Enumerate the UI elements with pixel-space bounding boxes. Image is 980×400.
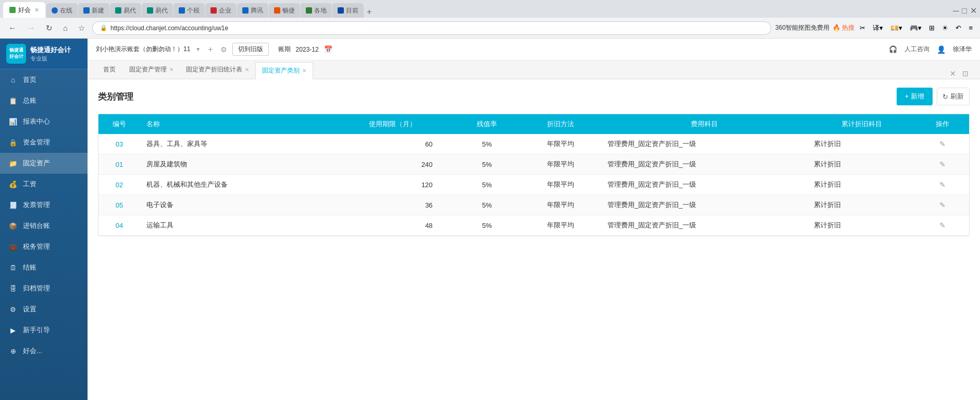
cell-code: 01 — [98, 154, 140, 175]
sidebar-item-checkout[interactable]: 🗓 结账 — [0, 257, 88, 278]
cell-action[interactable]: ✎ — [916, 175, 969, 195]
maximize-btn[interactable]: □ — [962, 6, 967, 16]
logo-text-area: 畅捷通好会计 专业版 — [30, 45, 71, 63]
sidebar-item-label: 总账 — [23, 96, 36, 105]
browser-tab-t11[interactable]: 目前 — [332, 3, 364, 18]
tab-add-btn[interactable]: + — [367, 7, 371, 17]
close-btn[interactable]: ✕ — [970, 6, 977, 16]
tab-label: 新建 — [92, 6, 104, 15]
menu-btn-settings[interactable]: ☀ — [940, 22, 950, 34]
bookmark-btn[interactable]: ☆ — [75, 21, 88, 35]
page-tab-fixed-depreciation[interactable]: 固定资产折旧统计表 ✕ — [180, 62, 255, 79]
refresh-btn[interactable]: ↻ 刷新 — [937, 88, 970, 105]
address-bar[interactable]: 🔒 https://cloud.chanjet.com/accounting/u… — [92, 21, 771, 35]
sidebar-item-fund[interactable]: 🔒 资金管理 — [0, 132, 88, 153]
menu-btn-game[interactable]: 🎮▾ — [908, 22, 924, 34]
browser-tab-t8[interactable]: 腾讯 — [237, 3, 268, 18]
page-tab-fixed-mgmt[interactable]: 固定资产管理 ✕ — [123, 62, 180, 79]
page-tab-fixed-category[interactable]: 固定资产类别 ✕ — [255, 62, 313, 79]
col-header-accumulated: 累计折旧科目 — [808, 114, 916, 134]
cell-action[interactable]: ✎ — [916, 195, 969, 215]
user-label: 刘小艳演示账套（勿删勿动！）11 — [96, 45, 190, 54]
data-table: 编号 名称 使用期限（月） 残值率 折旧方法 费用科目 累计折旧科目 操作 03… — [98, 114, 969, 236]
tab-close-fixed-mgmt[interactable]: ✕ — [169, 67, 173, 72]
cell-period: 60 — [331, 134, 453, 154]
cell-residual: 5% — [453, 134, 520, 154]
tab-close-fixed-dep[interactable]: ✕ — [245, 67, 249, 72]
tab-label: 易代 — [155, 6, 168, 15]
menu-btn-more[interactable]: ≡ — [966, 22, 975, 34]
tab-bar-close-btn[interactable]: ✕ — [947, 68, 959, 79]
browser-tab-t2[interactable]: 新建 — [78, 3, 109, 18]
sidebar-item-more[interactable]: ⊕ 好会... — [0, 341, 88, 361]
reload-btn[interactable]: ↻ — [43, 21, 56, 35]
cell-accumulated: 累计折旧 — [808, 175, 916, 195]
more-icon: ⊕ — [8, 347, 18, 355]
browser-tab-t1[interactable]: 在线 — [46, 3, 78, 18]
sidebar-item-ledger[interactable]: 📋 总账 — [0, 90, 88, 111]
browser-navbar: ← → ↻ ⌂ ☆ 🔒 https://cloud.chanjet.com/ac… — [0, 18, 980, 39]
sidebar-item-label: 工资 — [23, 179, 36, 189]
browser-tab-t9[interactable]: 畅捷 — [269, 3, 300, 18]
cell-action[interactable]: ✎ — [916, 215, 969, 236]
minimize-btn[interactable]: ─ — [953, 6, 959, 16]
sidebar-item-inventory[interactable]: 📦 进销台账 — [0, 215, 88, 236]
browser-tab-t4[interactable]: 易代 — [142, 3, 173, 18]
sidebar-item-tax[interactable]: 💼 税务管理 — [0, 236, 88, 257]
topbar: 刘小艳演示账套（勿删勿动！）11 ▼ + ⚙ 切到旧版 账期 2023-12 📅… — [88, 39, 980, 60]
cell-expense: 管理费用_固定资产折旧_一级 — [601, 175, 808, 195]
back-btn[interactable]: ← — [5, 21, 20, 35]
menu-btn-scissors[interactable]: ✂ — [858, 22, 867, 34]
dropdown-arrow-icon[interactable]: ▼ — [195, 46, 201, 52]
tab-close-icon[interactable]: ✕ — [34, 7, 39, 14]
sidebar-item-invoice[interactable]: 🧾 发票管理 — [0, 195, 88, 215]
sidebar-item-report[interactable]: 📊 报表中心 — [0, 111, 88, 132]
guide-icon: ▶ — [8, 326, 18, 334]
sidebar-item-label: 发票管理 — [23, 200, 50, 210]
browser-tab-t6[interactable]: 个税 — [173, 3, 205, 18]
sidebar-item-settings[interactable]: ⚙ 设置 — [0, 299, 88, 320]
hot-search-icon[interactable]: 🔥 热搜 — [833, 23, 854, 32]
menu-btn-history[interactable]: ↶ — [953, 22, 963, 34]
sidebar-item-home[interactable]: ⌂ 首页 — [0, 69, 88, 90]
sidebar-logo: 畅捷通好会计 畅捷通好会计 专业版 — [0, 39, 88, 69]
other-tabs: 在线 新建 易代 易代 个税 企业 腾讯 畅捷 — [46, 3, 364, 18]
cell-name: 机器、机械和其他生产设备 — [140, 175, 331, 195]
page-title: 类别管理 — [98, 91, 133, 103]
table-row: 03器具、工具、家具等605%年限平均管理费用_固定资产折旧_一级累计折旧✎ — [98, 134, 969, 154]
logo-title: 畅捷通好会计 — [30, 45, 71, 55]
topbar-right: 🎧 人工咨询 👤 徐泽华 — [889, 45, 972, 54]
sidebar: 畅捷通好会计 畅捷通好会计 专业版 ⌂ 首页 📋 总账 📊 报表中心 🔒 资金管… — [0, 39, 88, 400]
cell-expense: 管理费用_固定资产折旧_一级 — [601, 154, 808, 175]
sidebar-item-label: 首页 — [23, 75, 36, 84]
page-tab-home[interactable]: 首页 — [96, 62, 123, 79]
sidebar-item-label: 归档管理 — [23, 284, 50, 293]
sidebar-item-guide[interactable]: ▶ 新手引导 — [0, 320, 88, 341]
sidebar-item-archive[interactable]: 🗄 归档管理 — [0, 278, 88, 299]
cell-name: 房屋及建筑物 — [140, 154, 331, 175]
cell-action[interactable]: ✎ — [916, 134, 969, 154]
tab-bar-expand-btn[interactable]: ⊡ — [959, 68, 972, 79]
menu-btn-grid[interactable]: ⊞ — [927, 22, 937, 34]
sidebar-item-salary[interactable]: 💰 工资 — [0, 174, 88, 195]
settings-gear-btn[interactable]: ⚙ — [220, 45, 227, 54]
browser-tab-t7[interactable]: 企业 — [205, 3, 237, 18]
browser-tab-active[interactable]: 好会 ✕ — [3, 2, 45, 18]
calendar-icon[interactable]: 📅 — [324, 45, 332, 53]
tab-fixed-dep-label: 固定资产折旧统计表 — [186, 65, 242, 74]
service-label[interactable]: 人工咨询 — [904, 45, 929, 54]
menu-btn-coupon[interactable]: 💴▾ — [888, 22, 904, 34]
plus-btn[interactable]: + — [206, 45, 215, 54]
add-btn[interactable]: + 新增 — [897, 88, 933, 105]
home-btn[interactable]: ⌂ — [60, 21, 71, 34]
forward-btn[interactable]: → — [24, 21, 39, 35]
tab-close-fixed-cat[interactable]: ✕ — [302, 68, 306, 74]
tab-label: 畅捷 — [282, 6, 295, 15]
menu-btn-translate[interactable]: 译▾ — [871, 21, 885, 35]
browser-tab-t10[interactable]: 各地 — [301, 3, 332, 18]
checkout-icon: 🗓 — [8, 264, 18, 272]
switch-version-btn[interactable]: 切到旧版 — [232, 43, 269, 56]
browser-tab-t3[interactable]: 易代 — [110, 3, 141, 18]
sidebar-item-fixed[interactable]: 📁 固定资产 — [0, 153, 88, 174]
cell-action[interactable]: ✎ — [916, 154, 969, 175]
